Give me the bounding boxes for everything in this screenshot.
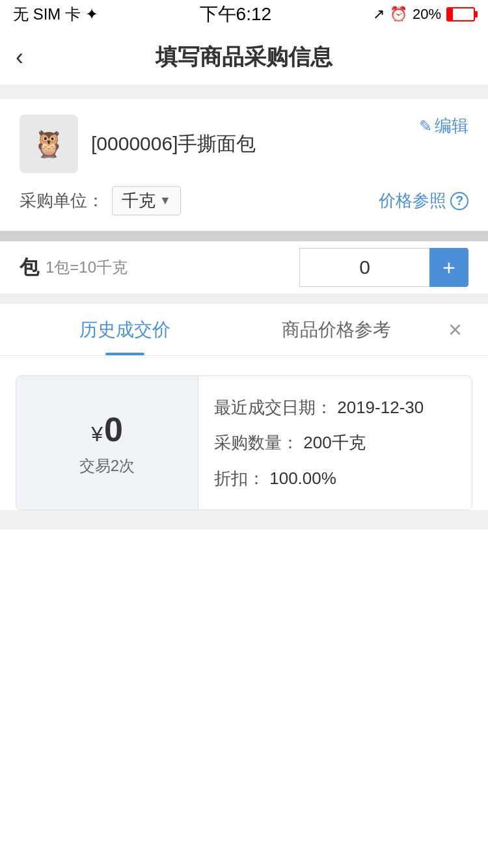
product-thumbnail: 🦉 bbox=[20, 115, 78, 173]
page-title: 填写商品采购信息 bbox=[156, 42, 332, 72]
tab-close-button[interactable]: × bbox=[442, 316, 468, 344]
product-left: 🦉 [0000006]手撕面包 bbox=[20, 115, 256, 173]
recent-date-value: 2019-12-30 bbox=[337, 398, 424, 417]
quantity-row-detail: 采购数量： 200千克 bbox=[214, 431, 456, 454]
battery-icon bbox=[446, 7, 475, 21]
purchase-quantity-value: 200千克 bbox=[303, 433, 365, 452]
discount-value: 100.00% bbox=[269, 468, 336, 488]
quantity-input[interactable] bbox=[299, 248, 429, 287]
tab-active-indicator bbox=[105, 353, 144, 355]
tab-price-reference[interactable]: 商品价格参考 bbox=[230, 304, 441, 355]
unit-badge: 包 bbox=[20, 254, 39, 281]
location-icon: ↗ bbox=[373, 6, 385, 23]
edit-button[interactable]: ✎ 编辑 bbox=[419, 115, 468, 137]
product-meta: 采购单位： 千克 ▼ 价格参照 ? bbox=[20, 186, 468, 215]
bottom-space bbox=[0, 530, 488, 868]
purchase-quantity-label: 采购数量： bbox=[214, 433, 299, 452]
unit-label: 采购单位： bbox=[20, 189, 104, 212]
status-left: 无 SIM 卡 ✦ bbox=[13, 4, 98, 25]
quantity-plus-button[interactable]: + bbox=[429, 248, 468, 287]
unit-value: 千克 bbox=[122, 189, 156, 212]
product-logo-icon: 🦉 bbox=[33, 129, 65, 159]
card-price-section: ¥ 0 交易2次 bbox=[16, 376, 198, 509]
status-time: 下午6:12 bbox=[200, 2, 272, 27]
transaction-count: 交易2次 bbox=[79, 455, 135, 476]
nav-bar: ‹ 填写商品采购信息 bbox=[0, 29, 488, 86]
tab-bar: 历史成交价 商品价格参考 × bbox=[0, 304, 488, 356]
transaction-price: ¥ 0 bbox=[91, 410, 123, 449]
alarm-icon: ⏰ bbox=[390, 6, 407, 23]
product-header: 🦉 [0000006]手撕面包 ✎ 编辑 bbox=[20, 115, 468, 173]
discount-label: 折扣： bbox=[214, 468, 265, 488]
edit-icon: ✎ bbox=[419, 117, 432, 135]
unit-row: 采购单位： 千克 ▼ bbox=[20, 186, 181, 215]
currency-symbol: ¥ bbox=[91, 422, 103, 446]
card-details-section: 最近成交日期： 2019-12-30 采购数量： 200千克 折扣： 100.0… bbox=[198, 376, 472, 509]
price-reference-button[interactable]: 价格参照 ? bbox=[379, 189, 468, 212]
price-value: 0 bbox=[104, 410, 123, 449]
dropdown-arrow-icon: ▼ bbox=[159, 194, 171, 208]
network-status: 无 SIM 卡 ✦ bbox=[13, 4, 98, 25]
unit-selector[interactable]: 千克 ▼ bbox=[112, 186, 181, 215]
battery-percent: 20% bbox=[413, 6, 441, 23]
section-divider bbox=[0, 231, 488, 241]
unit-label-row: 包 1包=10千克 bbox=[20, 254, 128, 281]
tab-history-label: 历史成交价 bbox=[79, 318, 170, 342]
tab-price-ref-label: 商品价格参考 bbox=[282, 318, 391, 342]
product-card: 🦉 [0000006]手撕面包 ✎ 编辑 采购单位： 千克 ▼ 价格参照 ? bbox=[0, 99, 488, 231]
status-right: ↗ ⏰ 20% bbox=[373, 6, 475, 23]
recent-date-label: 最近成交日期： bbox=[214, 398, 332, 417]
tab-section: 历史成交价 商品价格参考 × ¥ 0 交易2次 最近成交日期： 2019-12-… bbox=[0, 304, 488, 510]
quantity-row: 包 1包=10千克 + bbox=[0, 241, 488, 293]
status-bar: 无 SIM 卡 ✦ 下午6:12 ↗ ⏰ 20% bbox=[0, 0, 488, 29]
tab-history-price[interactable]: 历史成交价 bbox=[20, 304, 230, 355]
transaction-data-card: ¥ 0 交易2次 最近成交日期： 2019-12-30 采购数量： 200千克 … bbox=[16, 375, 472, 510]
recent-date-row: 最近成交日期： 2019-12-30 bbox=[214, 396, 456, 419]
discount-row: 折扣： 100.00% bbox=[214, 467, 456, 490]
edit-label: 编辑 bbox=[435, 115, 468, 137]
unit-conversion: 1包=10千克 bbox=[46, 257, 128, 278]
product-name: [0000006]手撕面包 bbox=[91, 131, 256, 157]
back-button[interactable]: ‹ bbox=[16, 44, 23, 71]
quantity-control: + bbox=[299, 248, 468, 287]
help-icon: ? bbox=[450, 192, 468, 210]
price-ref-label: 价格参照 bbox=[379, 189, 446, 212]
